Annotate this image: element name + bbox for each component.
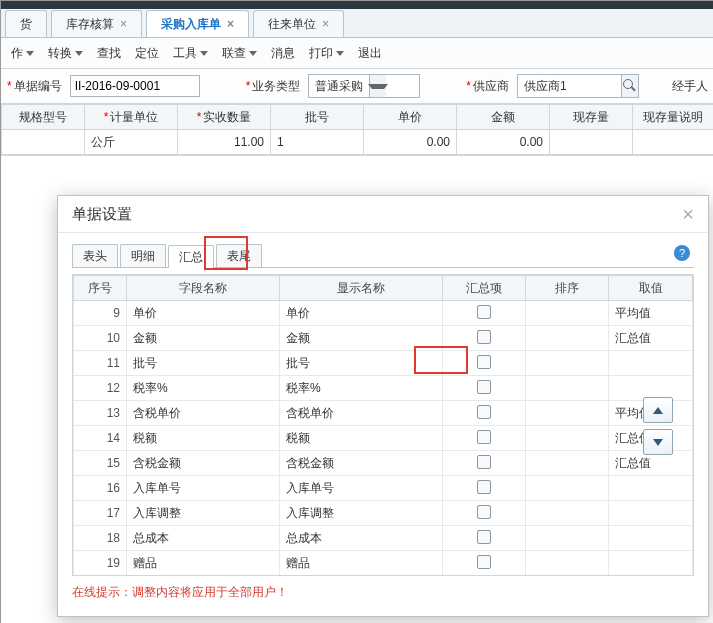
cell-sort[interactable] [526, 376, 609, 401]
cell-index: 14 [74, 426, 127, 451]
checkbox-icon[interactable] [477, 505, 491, 519]
cell-index: 11 [74, 351, 127, 376]
config-row[interactable]: 18总成本总成本 [74, 526, 693, 551]
cell-unit[interactable]: 公斤 [85, 130, 178, 155]
handler-label: 经手人 [672, 78, 708, 95]
checkbox-icon[interactable] [477, 305, 491, 319]
config-row[interactable]: 15含税金额含税金额汇总值 [74, 451, 693, 476]
checkbox-icon[interactable] [477, 380, 491, 394]
cell-sort[interactable] [526, 526, 609, 551]
menu-print[interactable]: 打印 [309, 45, 344, 62]
checkbox-icon[interactable] [477, 555, 491, 569]
cell-display: 税率% [280, 376, 443, 401]
cell-summary-check[interactable] [443, 351, 526, 376]
biz-type-value: 普通采购 [309, 78, 369, 95]
cell-summary-check[interactable] [443, 326, 526, 351]
cell-summary-check[interactable] [443, 576, 526, 577]
main-tab-0[interactable]: 货 [5, 10, 47, 37]
checkbox-icon[interactable] [477, 405, 491, 419]
checkbox-icon[interactable] [477, 530, 491, 544]
cell-qty[interactable]: 11.00 [178, 130, 271, 155]
config-row[interactable]: 20零售价零售价 [74, 576, 693, 577]
config-row[interactable]: 13含税单价含税单价平均值 [74, 401, 693, 426]
cell-summary-check[interactable] [443, 451, 526, 476]
config-row[interactable]: 9单价单价平均值 [74, 301, 693, 326]
move-up-button[interactable] [643, 397, 673, 423]
chevron-down-icon[interactable] [369, 75, 386, 97]
config-row[interactable]: 14税额税额汇总值 [74, 426, 693, 451]
close-icon[interactable]: × [322, 11, 329, 37]
cell-summary-check[interactable] [443, 501, 526, 526]
cell-sort[interactable] [526, 501, 609, 526]
main-tab-2[interactable]: 采购入库单 × [146, 10, 249, 37]
cell-value: 汇总值 [609, 326, 693, 351]
close-icon[interactable]: × [120, 11, 127, 37]
cell-amount[interactable]: 0.00 [457, 130, 550, 155]
config-row[interactable]: 17入库调整入库调整 [74, 501, 693, 526]
menu-find[interactable]: 查找 [97, 45, 121, 62]
modal-tab-detail[interactable]: 明细 [120, 244, 166, 267]
col-amount: 金额 [457, 105, 550, 130]
help-icon[interactable]: ? [674, 245, 690, 261]
cell-summary-check[interactable] [443, 476, 526, 501]
cell-sort[interactable] [526, 326, 609, 351]
cell-batch[interactable]: 1 [271, 130, 364, 155]
modal-tabs: 表头 明细 汇总 表尾 [72, 243, 694, 268]
cell-sort[interactable] [526, 401, 609, 426]
cell-value [609, 476, 693, 501]
cell-index: 9 [74, 301, 127, 326]
main-tab-label: 库存核算 [66, 11, 114, 37]
config-row[interactable]: 16入库单号入库单号 [74, 476, 693, 501]
supplier-select[interactable]: 供应商1 [517, 74, 639, 98]
checkbox-icon[interactable] [477, 480, 491, 494]
config-row[interactable]: 19赠品赠品 [74, 551, 693, 576]
menu-action[interactable]: 作 [11, 45, 34, 62]
main-tab-3[interactable]: 往来单位 × [253, 10, 344, 37]
doc-no-input[interactable] [70, 75, 200, 97]
config-row[interactable]: 10金额金额汇总值 [74, 326, 693, 351]
modal-tab-tail[interactable]: 表尾 [216, 244, 262, 267]
menu-exit[interactable]: 退出 [358, 45, 382, 62]
cell-summary-check[interactable] [443, 401, 526, 426]
move-down-button[interactable] [643, 429, 673, 455]
cell-summary-check[interactable] [443, 551, 526, 576]
cell-index: 20 [74, 576, 127, 577]
modal-tab-head[interactable]: 表头 [72, 244, 118, 267]
cell-sort[interactable] [526, 301, 609, 326]
supplier-label: *供应商 [466, 78, 509, 95]
cell-summary-check[interactable] [443, 426, 526, 451]
cell-price[interactable]: 0.00 [364, 130, 457, 155]
cell-sort[interactable] [526, 351, 609, 376]
biz-type-select[interactable]: 普通采购 [308, 74, 420, 98]
cell-summary-check[interactable] [443, 301, 526, 326]
cell-sort[interactable] [526, 476, 609, 501]
config-row[interactable]: 11批号批号 [74, 351, 693, 376]
menu-locate[interactable]: 定位 [135, 45, 159, 62]
cell-index: 10 [74, 326, 127, 351]
config-table-wrap[interactable]: 序号 字段名称 显示名称 汇总项 排序 取值 9单价单价平均值10金额金额汇总值… [72, 274, 694, 576]
cell-summary-check[interactable] [443, 376, 526, 401]
menu-message[interactable]: 消息 [271, 45, 295, 62]
cell-sort[interactable] [526, 426, 609, 451]
cell-sort[interactable] [526, 576, 609, 577]
grid-data-row[interactable]: 公斤 11.00 1 0.00 0.00 [2, 130, 714, 155]
checkbox-icon[interactable] [477, 455, 491, 469]
checkbox-icon[interactable] [477, 430, 491, 444]
menu-tools[interactable]: 工具 [173, 45, 208, 62]
modal-tab-summary[interactable]: 汇总 [168, 245, 214, 268]
config-row[interactable]: 12税率%税率% [74, 376, 693, 401]
menu-convert[interactable]: 转换 [48, 45, 83, 62]
cell-value [609, 526, 693, 551]
cell-sort[interactable] [526, 451, 609, 476]
checkbox-icon[interactable] [477, 355, 491, 369]
checkbox-icon[interactable] [477, 330, 491, 344]
cell-display: 含税金额 [280, 451, 443, 476]
cell-sort[interactable] [526, 551, 609, 576]
cell-summary-check[interactable] [443, 526, 526, 551]
search-icon[interactable] [621, 75, 638, 97]
close-icon[interactable]: × [227, 11, 234, 37]
menu-link[interactable]: 联查 [222, 45, 257, 62]
main-tab-1[interactable]: 库存核算 × [51, 10, 142, 37]
close-icon[interactable]: × [682, 203, 694, 226]
doc-no-label: *单据编号 [7, 78, 62, 95]
